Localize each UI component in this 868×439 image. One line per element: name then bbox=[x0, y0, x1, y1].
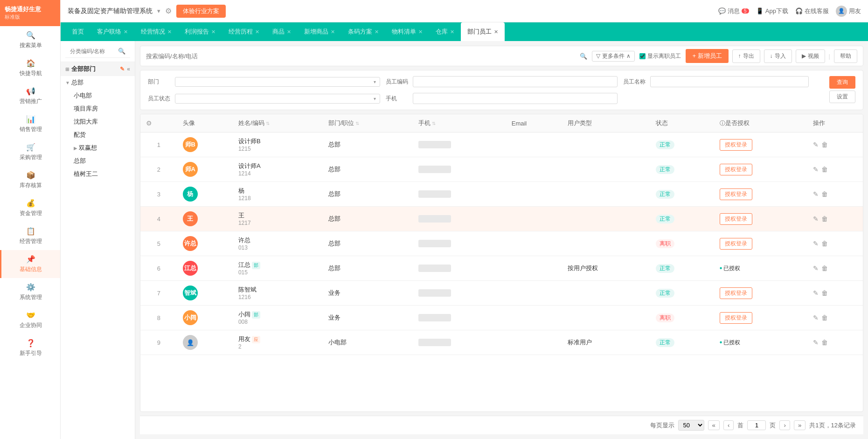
sidebar-item-system[interactable]: ⚙️ 系统管理 bbox=[0, 278, 60, 306]
dept-select[interactable]: ▾ bbox=[175, 77, 380, 87]
close-icon[interactable]: ✕ bbox=[211, 29, 215, 35]
dept-item[interactable]: ▼ 总部 bbox=[61, 76, 135, 89]
video-btn[interactable]: ▶ 视频 bbox=[796, 49, 825, 63]
last-page-btn[interactable]: » bbox=[794, 420, 806, 430]
auth-btn[interactable]: 授权登录 bbox=[720, 139, 752, 151]
page-size-select[interactable]: 50 20 100 bbox=[678, 420, 704, 431]
delete-btn[interactable]: 🗑 bbox=[821, 265, 828, 272]
auth-btn[interactable]: 授权登录 bbox=[720, 312, 752, 324]
edit-btn[interactable]: ✎ bbox=[813, 215, 819, 223]
sidebar-item-guide[interactable]: ❓ 新手引导 bbox=[0, 334, 60, 362]
auth-btn[interactable]: 授权登录 bbox=[720, 238, 752, 250]
sidebar-item-search[interactable]: 🔍 搜索菜单 bbox=[0, 26, 60, 54]
sidebar-item-operations[interactable]: 📋 经营管理 bbox=[0, 222, 60, 250]
dept-search-input[interactable] bbox=[70, 48, 116, 55]
dept-item[interactable]: 小电部 bbox=[61, 89, 135, 102]
settings-icon[interactable]: ⚙ bbox=[165, 7, 172, 15]
collapse-icon[interactable]: « bbox=[127, 66, 130, 72]
sidebar-item-basicinfo[interactable]: 📌 基础信息 bbox=[0, 250, 60, 278]
col-dept[interactable]: 部门/职位⇅ bbox=[323, 114, 413, 132]
close-icon[interactable]: ✕ bbox=[418, 29, 423, 35]
tab-profit[interactable]: 利润报告 ✕ bbox=[178, 22, 222, 41]
sidebar-item-purchase[interactable]: 🛒 采购管理 bbox=[0, 138, 60, 166]
online-service-btn[interactable]: 🎧 在线客服 bbox=[795, 7, 829, 15]
search-input[interactable] bbox=[146, 53, 575, 60]
query-btn[interactable]: 查询 bbox=[829, 76, 855, 89]
delete-btn[interactable]: 🗑 bbox=[821, 240, 828, 247]
emp-code-input[interactable] bbox=[413, 76, 618, 87]
delete-btn[interactable]: 🗑 bbox=[821, 141, 828, 148]
delete-btn[interactable]: 🗑 bbox=[821, 314, 828, 321]
delete-btn[interactable]: 🗑 bbox=[821, 289, 828, 297]
dept-item[interactable]: 配货 bbox=[61, 128, 135, 141]
show-resigned-checkbox[interactable]: 显示离职员工 bbox=[639, 52, 681, 60]
filter-more-btn[interactable]: ▽ 更多条件 ∧ bbox=[592, 51, 635, 62]
help-btn[interactable]: 帮助 bbox=[834, 49, 857, 63]
close-icon[interactable]: ✕ bbox=[167, 29, 172, 35]
tab-department[interactable]: 部门员工 ✕ bbox=[461, 22, 505, 41]
sidebar-item-nav[interactable]: 🏠 快捷导航 bbox=[0, 54, 60, 82]
close-icon[interactable]: ✕ bbox=[450, 29, 454, 35]
close-icon[interactable]: ✕ bbox=[331, 29, 335, 35]
add-employee-btn[interactable]: + 新增员工 bbox=[686, 49, 728, 63]
edit-btn[interactable]: ✎ bbox=[813, 240, 819, 247]
edit-btn[interactable]: ✎ bbox=[813, 190, 819, 198]
tab-warehouse[interactable]: 仓库 ✕ bbox=[429, 22, 461, 41]
col-name[interactable]: 姓名/编码⇅ bbox=[233, 114, 323, 132]
edit-btn[interactable]: ✎ bbox=[813, 289, 819, 297]
close-icon[interactable]: ✕ bbox=[255, 29, 259, 35]
sidebar-item-finance[interactable]: 💰 资金管理 bbox=[0, 194, 60, 222]
close-icon[interactable]: ✕ bbox=[494, 29, 498, 35]
sidebar-item-marketing[interactable]: 📢 营销推广 bbox=[0, 82, 60, 110]
edit-btn[interactable]: ✎ bbox=[813, 166, 819, 173]
delete-btn[interactable]: 🗑 bbox=[821, 190, 828, 198]
tab-barcode[interactable]: 条码方案 ✕ bbox=[341, 22, 385, 41]
tab-goods[interactable]: 商品 ✕ bbox=[266, 22, 298, 41]
search-btn-icon[interactable]: 🔍 bbox=[580, 53, 587, 60]
edit-btn[interactable]: ✎ bbox=[813, 265, 819, 272]
auth-btn[interactable]: 授权登录 bbox=[720, 287, 752, 299]
col-settings[interactable]: ⚙ bbox=[140, 114, 177, 132]
sidebar-item-collab[interactable]: 🤝 企业协同 bbox=[0, 306, 60, 334]
tab-bom[interactable]: 物料清单 ✕ bbox=[385, 22, 429, 41]
first-page-btn[interactable]: « bbox=[708, 420, 720, 430]
close-icon[interactable]: ✕ bbox=[287, 29, 291, 35]
dept-item[interactable]: 植树王二 bbox=[61, 167, 135, 181]
sidebar-item-inventory[interactable]: 📦 库存核算 bbox=[0, 166, 60, 194]
tab-operation[interactable]: 经营情况 ✕ bbox=[134, 22, 178, 41]
edit-btn[interactable]: ✎ bbox=[813, 314, 819, 321]
tab-new-goods[interactable]: 新增商品 ✕ bbox=[298, 22, 341, 41]
col-phone[interactable]: 手机⇅ bbox=[413, 114, 506, 132]
dept-all-btn[interactable]: ⊞ 全部部门 ✎ « bbox=[61, 62, 135, 76]
edit-dept-icon[interactable]: ✎ bbox=[120, 66, 125, 72]
close-icon[interactable]: ✕ bbox=[124, 29, 128, 35]
tab-history[interactable]: 经营历程 ✕ bbox=[222, 22, 266, 41]
user-menu[interactable]: 👤 用友 bbox=[836, 6, 861, 17]
edit-btn[interactable]: ✎ bbox=[813, 141, 819, 148]
status-select[interactable]: ▾ bbox=[175, 94, 380, 104]
settings-icon[interactable]: ⚙ bbox=[146, 119, 152, 127]
sidebar-item-sales[interactable]: 📊 销售管理 bbox=[0, 110, 60, 138]
prev-page-btn[interactable]: ‹ bbox=[723, 420, 734, 430]
close-icon[interactable]: ✕ bbox=[375, 29, 379, 35]
delete-btn[interactable]: 🗑 bbox=[821, 215, 828, 223]
phone-input[interactable] bbox=[413, 93, 618, 104]
page-number-input[interactable] bbox=[747, 420, 766, 430]
import-btn[interactable]: ↓ 导入 bbox=[764, 49, 792, 63]
reset-btn[interactable]: 设置 bbox=[829, 91, 855, 103]
experience-btn[interactable]: 体验行业方案 bbox=[176, 5, 226, 18]
auth-btn[interactable]: 授权登录 bbox=[720, 213, 752, 225]
delete-btn[interactable]: 🗑 bbox=[821, 339, 828, 346]
show-resigned-input[interactable] bbox=[639, 53, 646, 59]
dropdown-icon[interactable]: ▾ bbox=[157, 7, 160, 14]
export-btn[interactable]: ↑ 导出 bbox=[732, 49, 760, 63]
next-page-btn[interactable]: › bbox=[779, 420, 790, 430]
tab-customer[interactable]: 客户联络 ✕ bbox=[90, 22, 134, 41]
auth-btn[interactable]: 授权登录 bbox=[720, 164, 752, 175]
tab-home[interactable]: 首页 bbox=[65, 22, 90, 41]
emp-name-input[interactable] bbox=[650, 76, 809, 87]
app-download-btn[interactable]: 📱 App下载 bbox=[756, 7, 788, 15]
dept-item[interactable]: 总部 bbox=[61, 154, 135, 167]
message-btn[interactable]: 💬 消息 5 bbox=[718, 7, 749, 15]
auth-btn[interactable]: 授权登录 bbox=[720, 188, 752, 200]
